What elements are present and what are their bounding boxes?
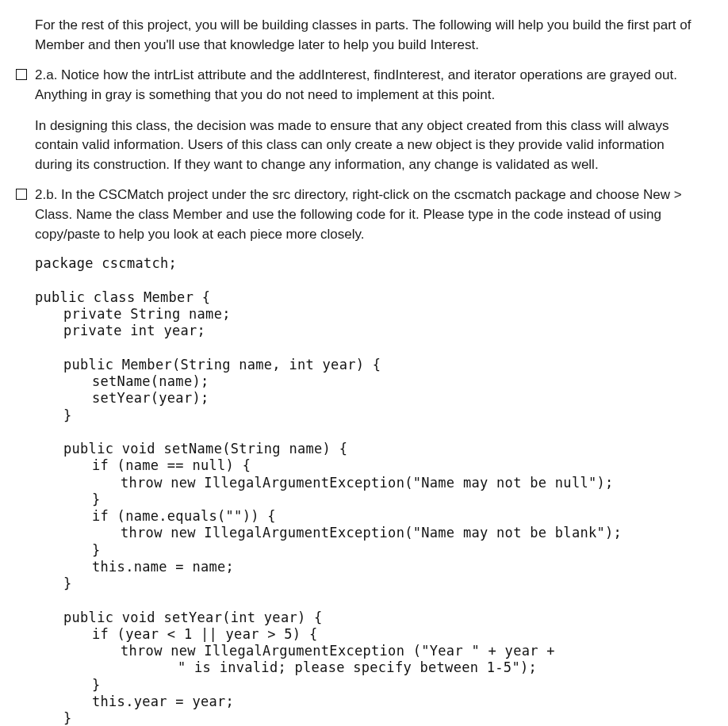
code-line: public Member(String name, int year) { [63,357,381,373]
code-line: throw new IllegalArgumentException("Name… [121,525,622,541]
intro-text: For the rest of this project, you will b… [35,16,696,55]
task-2b: 2.b. In the CSCMatch project under the s… [16,185,696,726]
code-line: private String name; [63,306,231,322]
code-line: } [92,491,101,507]
code-line: this.name = name; [92,559,234,575]
code-block: package cscmatch; public class Member { … [35,255,696,726]
code-line: private int year; [63,323,205,338]
task-2a-p1: 2.a. Notice how the intrList attribute a… [35,66,696,105]
code-line: throw new IllegalArgumentException("Name… [121,475,614,491]
code-line: setYear(year); [92,390,209,406]
task-2a-body: 2.a. Notice how the intrList attribute a… [35,66,696,174]
task-2a-p2: In designing this class, the decision wa… [35,117,696,175]
code-line: public void setName(String name) { [63,441,347,457]
code-line: this.year = year; [92,694,234,709]
intro-paragraph: For the rest of this project, you will b… [35,16,696,55]
code-line: " is invalid; please specify between 1-5… [178,659,537,675]
checkbox-2a[interactable] [16,69,27,80]
code-line: if (year < 1 || year > 5) { [92,626,317,642]
code-line: } [92,677,101,693]
code-line: public void setYear(int year) { [63,609,323,625]
task-2a: 2.a. Notice how the intrList attribute a… [16,66,696,174]
code-line: package cscmatch; [35,255,177,271]
code-line: setName(name); [92,373,209,389]
code-line: throw new IllegalArgumentException ("Yea… [121,643,555,659]
code-line: } [63,407,72,423]
checkbox-2b[interactable] [16,189,27,200]
code-line: if (name == null) { [92,457,251,473]
task-2b-body: 2.b. In the CSCMatch project under the s… [35,185,696,726]
code-line: if (name.equals("")) { [92,508,276,524]
code-line: } [63,710,72,726]
code-line: } [92,542,101,558]
task-2b-p1: 2.b. In the CSCMatch project under the s… [35,185,696,244]
code-line: public class Member { [35,289,210,305]
code-line: } [63,575,72,591]
